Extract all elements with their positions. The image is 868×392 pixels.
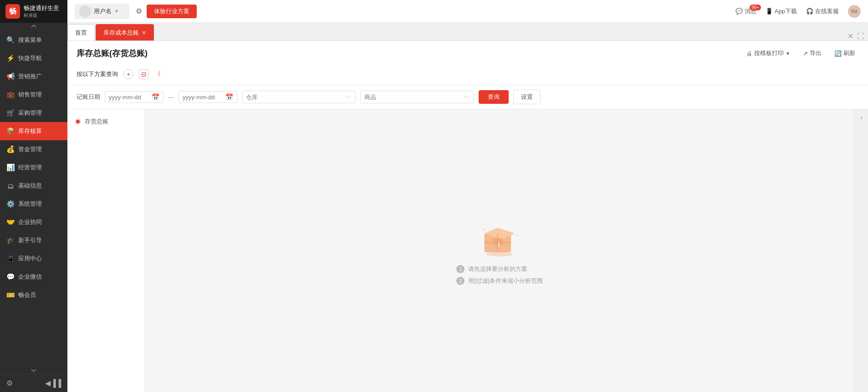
folder-icon: 🗂 bbox=[6, 182, 15, 190]
chart-icon: 📊 bbox=[6, 163, 15, 172]
sidebar-settings-button[interactable]: ⚙ bbox=[6, 379, 13, 387]
filter-label: 按以下方案查询 bbox=[77, 70, 118, 78]
page-header: 库存总账(存货总账) 🖨 按模板打印 ▼ ↗ 导出 🔄 刷新 按以下方案查询 bbox=[67, 41, 868, 85]
sidebar-item-wecom[interactable]: 💬 企业微信 bbox=[0, 268, 67, 286]
sidebar-item-system[interactable]: ⚙️ 系统管理 bbox=[0, 195, 67, 213]
svg-point-11 bbox=[486, 225, 487, 226]
graduate-icon: 🎓 bbox=[6, 236, 15, 244]
sidebar-scroll-up[interactable] bbox=[0, 23, 67, 29]
print-template-button[interactable]: 🖨 按模板打印 ▼ bbox=[743, 47, 794, 59]
scheme-item-icon bbox=[74, 117, 82, 126]
tab-home[interactable]: 首页 bbox=[67, 24, 95, 41]
sidebar-item-operation[interactable]: 📊 经营管理 bbox=[0, 158, 67, 177]
export-button[interactable]: ↗ 导出 bbox=[799, 47, 825, 59]
product-input[interactable] bbox=[364, 94, 462, 101]
cart-icon: 🛒 bbox=[6, 109, 15, 117]
topbar-user-right[interactable]: Rit bbox=[848, 5, 861, 18]
print-dropdown-icon: ▼ bbox=[786, 51, 790, 56]
phone-icon: 📱 bbox=[6, 255, 15, 263]
flash-icon: ⚡ bbox=[6, 54, 15, 62]
tab-panel-expand-button[interactable]: ⛶ bbox=[857, 32, 864, 41]
tab-panel-close-button[interactable]: ✕ bbox=[848, 32, 853, 41]
sidebar-item-search[interactable]: 🔍 搜索菜单 bbox=[0, 31, 67, 49]
sidebar-item-finance[interactable]: 💰 资金管理 bbox=[0, 140, 67, 158]
date-end-calendar-icon[interactable]: 📅 bbox=[225, 93, 233, 101]
handshake-icon: 🤝 bbox=[6, 218, 15, 226]
sidebar-item-appstore[interactable]: 📱 应用中心 bbox=[0, 249, 67, 268]
sidebar-item-sales[interactable]: 💼 销售管理 bbox=[0, 86, 67, 104]
app-logo-text: 畅捷通好生意 标准版 bbox=[24, 5, 59, 18]
chat-icon: 💬 bbox=[6, 273, 15, 281]
svg-point-2 bbox=[486, 252, 513, 256]
sidebar-sound-button[interactable]: ◀▐▐ bbox=[45, 379, 61, 387]
empty-tip-1: 1 请先选择要分析的方案 bbox=[456, 265, 542, 273]
app-download-item[interactable]: 📱 App下载 bbox=[766, 7, 797, 15]
message-badge: 99+ bbox=[750, 5, 761, 10]
tab-close-icon[interactable]: ✕ bbox=[142, 30, 146, 36]
tip-num-2: 2 bbox=[456, 277, 465, 285]
right-panel-toggle-button[interactable]: › bbox=[860, 114, 863, 121]
warehouse-more-button[interactable]: ··· bbox=[346, 93, 352, 101]
filter-fields-row: 记账日期 📅 — 📅 ··· ··· 查询 设置 bbox=[67, 85, 868, 109]
date-start-input[interactable] bbox=[109, 94, 150, 101]
export-icon: ↗ bbox=[803, 50, 808, 57]
page-title: 库存总账(存货总账) bbox=[77, 48, 148, 59]
date-start-calendar-icon[interactable]: 📅 bbox=[152, 93, 159, 101]
sidebar-item-purchase[interactable]: 🛒 采购管理 bbox=[0, 104, 67, 122]
date-start-input-wrap: 📅 bbox=[105, 91, 163, 103]
svg-point-9 bbox=[483, 229, 484, 230]
sidebar: 畅 畅捷通好生意 标准版 🔍 搜索菜单 ⚡ 快捷导航 📢 营销推广 💼 销售管理… bbox=[0, 0, 67, 392]
app-logo-icon: 畅 bbox=[5, 4, 20, 19]
gear-icon: ⚙️ bbox=[6, 200, 15, 208]
sidebar-item-quicknav[interactable]: ⚡ 快捷导航 bbox=[0, 49, 67, 67]
online-service-item[interactable]: 🎧 在线客服 bbox=[806, 7, 839, 15]
topbar-user-area[interactable]: 用户名 ▼ bbox=[75, 4, 129, 19]
sidebar-item-newbie[interactable]: 🎓 新手引导 bbox=[0, 231, 67, 249]
user-name: 用户名 bbox=[94, 7, 112, 15]
briefcase-icon: 💼 bbox=[6, 91, 15, 99]
headset-icon: 🎧 bbox=[806, 8, 813, 15]
sidebar-item-enterprise[interactable]: 🤝 企业协同 bbox=[0, 213, 67, 231]
page-title-row: 库存总账(存货总账) 🖨 按模板打印 ▼ ↗ 导出 🔄 刷新 bbox=[77, 47, 859, 59]
sidebar-item-basic[interactable]: 🗂 基础信息 bbox=[0, 177, 67, 195]
search-icon: 🔍 bbox=[6, 36, 15, 44]
scheme-panel: 存货总账 bbox=[67, 109, 145, 392]
page-actions: 🖨 按模板打印 ▼ ↗ 导出 🔄 刷新 bbox=[743, 47, 859, 59]
date-end-input-wrap: 📅 bbox=[179, 91, 237, 103]
tab-inventory-ledger[interactable]: 库存成本总账 ✕ bbox=[96, 24, 154, 41]
filter-collapse-button[interactable]: ⊟ bbox=[139, 69, 149, 79]
sidebar-bottom: ⚙ ◀▐▐ bbox=[0, 374, 67, 392]
topbar: 用户名 ▼ ⚙ 体验行业方案 💬 消息 99+ 📱 App下载 🎧 在线客服 R… bbox=[67, 0, 868, 23]
phone-download-icon: 📱 bbox=[766, 8, 773, 15]
sidebar-item-marketing[interactable]: 📢 营销推广 bbox=[0, 67, 67, 86]
tab-bar: 首页 库存成本总账 ✕ ✕ ⛶ bbox=[67, 23, 868, 41]
date-end-input[interactable] bbox=[183, 94, 224, 101]
sidebar-item-inventory[interactable]: 📦 库存核算 bbox=[0, 122, 67, 140]
message-icon: 💬 bbox=[735, 8, 743, 15]
svg-point-10 bbox=[516, 234, 517, 236]
refresh-icon: 🔄 bbox=[834, 50, 842, 57]
content-main: ! 1 请先选择要分析的方案 2 用[过滤]条件来缩小分析范围 bbox=[145, 109, 854, 392]
money-icon: 💰 bbox=[6, 145, 15, 153]
filter-add-button[interactable]: + bbox=[123, 69, 133, 79]
warehouse-select-wrap: ··· bbox=[242, 91, 356, 103]
sidebar-scroll-down[interactable] bbox=[0, 367, 67, 374]
scheme-item-inventory-ledger[interactable]: 存货总账 bbox=[67, 114, 144, 129]
date-field-label: 记账日期 bbox=[77, 93, 100, 101]
query-button[interactable]: 查询 bbox=[479, 90, 509, 104]
empty-state-illustration: ! bbox=[477, 217, 522, 258]
tip-text-2: 用[过滤]条件来缩小分析范围 bbox=[468, 277, 542, 285]
message-item[interactable]: 💬 消息 99+ bbox=[735, 7, 756, 15]
product-more-button[interactable]: ··· bbox=[464, 93, 470, 101]
print-icon: 🖨 bbox=[746, 50, 752, 57]
topbar-gear-icon[interactable]: ⚙ bbox=[136, 7, 142, 15]
sidebar-item-member[interactable]: 🎫 畅会员 bbox=[0, 286, 67, 304]
industry-solution-button[interactable]: 体验行业方案 bbox=[147, 5, 197, 18]
box-icon: 📦 bbox=[6, 127, 15, 135]
product-select-wrap: ··· bbox=[360, 91, 474, 103]
filter-row: 按以下方案查询 + ⊟ 《 bbox=[77, 65, 859, 85]
filter-chevron-button[interactable]: 《 bbox=[154, 70, 161, 78]
warehouse-input[interactable] bbox=[246, 94, 344, 101]
settings-button[interactable]: 设置 bbox=[513, 90, 541, 104]
refresh-button[interactable]: 🔄 刷新 bbox=[831, 47, 859, 59]
